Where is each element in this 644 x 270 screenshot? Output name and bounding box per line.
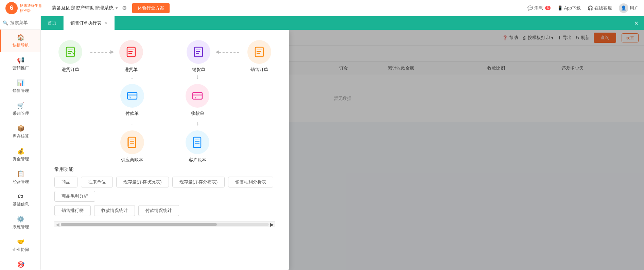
func-btn-stock-status[interactable]: 现存量(库存状况表) <box>116 177 169 187</box>
sidebar-item-operations[interactable]: 📋 经营管理 <box>0 166 40 189</box>
sales-bill-icon <box>187 40 210 64</box>
payment-label: 付款单 <box>125 110 139 116</box>
app-download-button[interactable]: 📱 App下载 <box>557 5 581 11</box>
finance-icon: 💰 <box>17 147 24 155</box>
flow-node-customer-ledger[interactable]: 客户账本 <box>186 130 209 163</box>
purchase-order-label: 进货订单 <box>62 67 79 73</box>
scroll-bar[interactable]: ◀ ▶ <box>54 221 275 227</box>
receipt-icon: ￥ <box>186 84 209 108</box>
flow-node-sales-bill[interactable]: 销货单 <box>187 40 210 73</box>
tab-close-icon[interactable]: ✕ <box>104 21 107 25</box>
svg-rect-28 <box>193 138 194 147</box>
top-bar-left: 6 畅康通好生意 标准版 装备及固定资产辅助管理系统 ▾ ⚙ 体验行业方案 <box>5 2 170 14</box>
sidebar-search[interactable]: 🔍 搜索菜单 <box>0 16 40 30</box>
user-avatar-button[interactable]: 👤 用户 <box>619 3 639 13</box>
sidebar-item-enterprise[interactable]: 🤝 企业协同 <box>0 234 40 257</box>
tab-sales-order[interactable]: 销售订单执行表 ✕ <box>64 16 115 30</box>
scroll-track[interactable] <box>61 223 269 226</box>
purchase-bill-label: 进货单 <box>124 67 138 73</box>
down-arrow-payment: ↓ <box>120 120 144 127</box>
flow-node-payment[interactable]: ￥ 付款单 <box>120 84 144 116</box>
customer-ledger-icon <box>186 130 209 154</box>
logo-area: 6 畅康通好生意 标准版 <box>5 2 46 14</box>
spacer-d2-3 <box>151 120 178 127</box>
marketing-icon: 📢 <box>17 56 24 64</box>
func-btn-payment-stats[interactable]: 付款情况统计 <box>138 205 179 216</box>
sidebar: 🔍 搜索菜单 🏠 快捷导航 📢 营销推广 📊 销售管理 🛒 采购管理 📦 库存核… <box>0 16 41 270</box>
func-btn-product-profit[interactable]: 商品毛利分析 <box>54 191 95 202</box>
sidebar-item-marketing[interactable]: 📢 营销推广 <box>0 52 40 75</box>
sidebar-item-purchase[interactable]: 🛒 采购管理 <box>0 98 40 121</box>
arrow-2: ◀ <box>219 52 239 61</box>
spacer-d2-2 <box>89 120 113 127</box>
receipt-label: 收款单 <box>191 110 204 116</box>
flow-node-receipt[interactable]: ￥ 收款单 <box>186 84 209 116</box>
experience-button[interactable]: 体验行业方案 <box>132 3 170 13</box>
sidebar-item-basic[interactable]: 🗂 基础信息 <box>0 189 40 211</box>
sidebar-item-quick-nav[interactable]: 🏠 快捷导航 <box>0 30 40 52</box>
scroll-thumb[interactable] <box>61 223 217 226</box>
svg-rect-27 <box>193 137 201 147</box>
sales-order-icon <box>247 40 271 64</box>
flow-node-supplier-ledger[interactable]: 供应商账本 <box>120 130 144 163</box>
sales-icon: 📊 <box>17 79 24 87</box>
spacer-arrow-2 <box>89 73 113 80</box>
sidebar-item-inventory[interactable]: 📦 库存核算 <box>0 121 40 143</box>
inventory-icon: 📦 <box>17 125 24 132</box>
func-btn-product[interactable]: 商品 <box>54 177 77 187</box>
arrow-1: ▶ <box>90 52 111 61</box>
main-layout: 🔍 搜索菜单 🏠 快捷导航 📢 营销推广 📊 销售管理 🛒 采购管理 📦 库存核… <box>0 16 644 270</box>
customer-ledger-label: 客户账本 <box>189 157 206 163</box>
message-icon: 💬 <box>527 5 533 11</box>
sidebar-item-sales[interactable]: 📊 销售管理 <box>0 75 40 98</box>
flow-node-purchase-order[interactable]: 进货订单 <box>58 40 82 73</box>
function-buttons-row2: 销售排行榜 收款情况统计 付款情况统计 <box>54 205 275 216</box>
enterprise-icon: 🤝 <box>17 238 24 246</box>
down-arrow-receipt: ↓ <box>186 120 209 127</box>
spacer-arrow-4 <box>217 73 241 80</box>
operations-icon: 📋 <box>17 170 24 178</box>
system-icon: ⚙️ <box>17 215 24 223</box>
flow-node-purchase-bill[interactable]: 进货单 <box>119 40 143 73</box>
basic-icon: 🗂 <box>18 193 24 200</box>
function-buttons-row1: 商品 往来单位 现存量(库存状况表) 现存量(库存分布表) 销售毛利分析表 商品… <box>54 177 275 202</box>
svg-rect-23 <box>127 138 129 147</box>
func-btn-sales-rank[interactable]: 销售排行榜 <box>54 205 91 216</box>
func-btn-stock-dist[interactable]: 现存量(库存分布表) <box>172 177 225 187</box>
func-btn-partner[interactable]: 往来单位 <box>81 177 113 187</box>
func-btn-receipt-stats[interactable]: 收款情况统计 <box>94 205 135 216</box>
sidebar-item-finance[interactable]: 💰 资金管理 <box>0 143 40 166</box>
spacer-d2-5 <box>248 120 272 127</box>
avatar: 👤 <box>619 3 628 13</box>
flow-node-sales-order[interactable]: 销售订单 <box>247 40 271 73</box>
home-icon: 🏠 <box>17 34 24 41</box>
common-functions-section: 常用功能 商品 往来单位 现存量(库存状况表) 现存量(库存分布表) 销售毛利分… <box>54 166 275 216</box>
purchase-icon: 🛒 <box>17 102 24 109</box>
purchase-order-icon <box>58 40 82 64</box>
scroll-right-arrow[interactable]: ▶ <box>270 222 274 227</box>
supplier-ledger-label: 供应商账本 <box>121 157 143 163</box>
sidebar-item-newbie[interactable]: 🎯 新手引导 <box>0 257 40 270</box>
online-service-button[interactable]: 🎧 在线客服 <box>588 5 612 11</box>
spacer-arrow-5 <box>248 73 272 80</box>
func-btn-sales-profit[interactable]: 销售毛利分析表 <box>228 177 273 187</box>
message-badge: 6 <box>545 6 551 10</box>
logo-text: 畅康通好生意 标准版 <box>20 3 42 13</box>
tab-home[interactable]: 首页 <box>41 16 64 30</box>
sales-order-label: 销售订单 <box>250 67 268 73</box>
app-icon: 📱 <box>557 5 563 11</box>
purchase-bill-icon <box>119 40 143 64</box>
svg-rect-17 <box>127 94 137 96</box>
spacer-d2-4 <box>217 120 241 127</box>
content-area: 首页 销售订单执行表 ✕ ✕ ❓ 帮助 🖨 按模板打印 <box>41 16 644 270</box>
gear-icon[interactable]: ⚙ <box>122 5 127 11</box>
dropdown-arrow-icon[interactable]: ▾ <box>116 5 118 11</box>
scroll-left-arrow[interactable]: ◀ <box>56 222 59 227</box>
sidebar-item-system[interactable]: ⚙️ 系统管理 <box>0 211 40 234</box>
logo-icon: 6 <box>5 2 18 14</box>
payment-icon: ￥ <box>120 84 144 108</box>
tab-bar-close-icon[interactable]: ✕ <box>634 20 639 26</box>
message-button[interactable]: 💬 消息 6 <box>527 5 551 11</box>
down-arrow-purchase-bill: ↓ <box>120 73 144 80</box>
modal-overlay: 进货订单 ▶ 进货单 <box>41 30 644 270</box>
